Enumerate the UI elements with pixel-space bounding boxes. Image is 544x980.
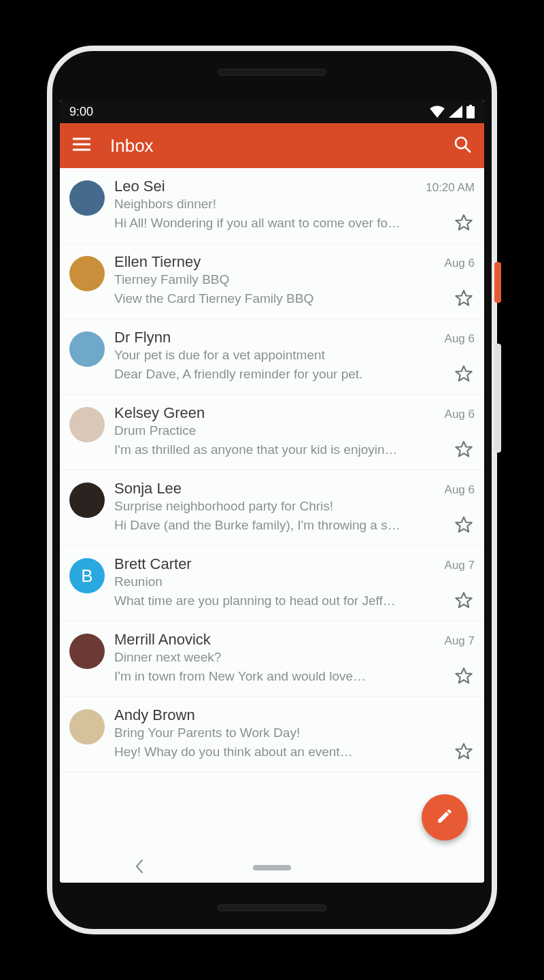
- star-button[interactable]: [454, 742, 475, 762]
- email-item[interactable]: Sonja LeeAug 6Surprise neighborhood part…: [60, 470, 484, 546]
- star-button[interactable]: [454, 289, 475, 309]
- email-item[interactable]: Merrill AnovickAug 7Dinner next week?I'm…: [60, 621, 484, 697]
- email-snippet: Dear Dave, A friendly reminder for your …: [114, 367, 449, 382]
- avatar: [69, 483, 105, 518]
- email-body: Brett CarterAug 7ReunionWhat time are yo…: [114, 555, 475, 611]
- avatar: [69, 709, 105, 745]
- email-item[interactable]: BBrett CarterAug 7ReunionWhat time are y…: [60, 546, 484, 621]
- email-item[interactable]: Leo Sei10:20 AMNeighbors dinner!Hi All! …: [60, 168, 484, 244]
- email-sender: Ellen Tierney: [114, 253, 438, 271]
- menu-button[interactable]: [72, 136, 91, 155]
- avatar: B: [69, 558, 105, 593]
- phone-frame: 9:00: [47, 46, 497, 934]
- avatar: [69, 407, 105, 442]
- email-snippet: I'm as thrilled as anyone that your kid …: [114, 442, 449, 457]
- star-outline-icon: [454, 449, 473, 461]
- email-item[interactable]: Dr FlynnAug 6Your pet is due for a vet a…: [60, 319, 484, 395]
- email-snippet: Hi All! Wondering if you all want to com…: [114, 216, 449, 231]
- svg-marker-12: [456, 593, 471, 608]
- email-time: Aug 7: [445, 559, 475, 572]
- email-subject: Surprise neighborhood party for Chris!: [114, 499, 475, 514]
- svg-marker-10: [456, 442, 471, 457]
- svg-marker-7: [456, 215, 471, 230]
- email-subject: Neighbors dinner!: [114, 197, 475, 212]
- star-outline-icon: [454, 676, 473, 687]
- avatar: [69, 256, 105, 291]
- chevron-left-icon: [135, 864, 144, 876]
- star-button[interactable]: [454, 666, 475, 687]
- svg-marker-8: [456, 291, 471, 306]
- email-body: Leo Sei10:20 AMNeighbors dinner!Hi All! …: [114, 178, 475, 233]
- app-bar-title: Inbox: [110, 135, 434, 157]
- status-icons: [430, 105, 475, 118]
- star-outline-icon: [454, 298, 473, 310]
- hamburger-icon: [73, 137, 90, 154]
- wifi-icon: [430, 105, 445, 118]
- email-sender: Kelsey Green: [114, 404, 438, 422]
- email-time: Aug 6: [445, 483, 475, 497]
- avatar: [69, 331, 105, 367]
- home-button[interactable]: [253, 865, 291, 870]
- email-body: Andy BrownBring Your Parents to Work Day…: [114, 706, 475, 762]
- compose-button[interactable]: [422, 794, 468, 840]
- email-time: 10:20 AM: [426, 181, 475, 195]
- svg-rect-1: [469, 105, 472, 107]
- avatar: [69, 180, 105, 216]
- star-button[interactable]: [454, 213, 475, 233]
- search-button[interactable]: [453, 136, 472, 155]
- star-button[interactable]: [454, 440, 475, 460]
- svg-marker-11: [456, 517, 471, 532]
- email-time: Aug 6: [445, 332, 475, 346]
- star-outline-icon: [454, 600, 473, 612]
- email-time: Aug 6: [445, 257, 475, 270]
- phone-volume-button: [494, 344, 501, 453]
- email-sender: Dr Flynn: [114, 329, 438, 346]
- system-nav-bar: [60, 853, 484, 883]
- email-subject: Tierney Family BBQ: [114, 272, 475, 287]
- email-list[interactable]: Leo Sei10:20 AMNeighbors dinner!Hi All! …: [60, 168, 484, 853]
- email-subject: Dinner next week?: [114, 650, 475, 665]
- email-snippet: What time are you planning to head out f…: [114, 593, 449, 608]
- app-bar: Inbox: [60, 123, 484, 168]
- status-bar: 9:00: [60, 100, 484, 123]
- email-item[interactable]: Kelsey GreenAug 6Drum PracticeI'm as thr…: [60, 395, 484, 470]
- phone-speaker-top: [218, 69, 326, 76]
- email-subject: Reunion: [114, 574, 475, 589]
- screen: 9:00: [60, 100, 484, 883]
- email-snippet: Hey! Whay do you think about an event…: [114, 745, 449, 760]
- email-sender: Merrill Anovick: [114, 631, 438, 649]
- search-icon: [454, 135, 471, 156]
- back-button[interactable]: [135, 859, 144, 877]
- svg-marker-9: [456, 366, 471, 381]
- star-button[interactable]: [454, 591, 475, 611]
- star-outline-icon: [454, 223, 473, 234]
- email-body: Kelsey GreenAug 6Drum PracticeI'm as thr…: [114, 404, 475, 460]
- star-button[interactable]: [454, 515, 475, 536]
- phone-speaker-bottom: [218, 904, 326, 911]
- email-sender: Leo Sei: [114, 178, 419, 195]
- cellular-icon: [449, 105, 462, 118]
- email-subject: Drum Practice: [114, 423, 475, 438]
- email-body: Dr FlynnAug 6Your pet is due for a vet a…: [114, 329, 475, 385]
- status-time: 9:00: [69, 105, 93, 119]
- svg-line-6: [465, 147, 470, 152]
- email-item[interactable]: Ellen TierneyAug 6Tierney Family BBQView…: [60, 244, 484, 319]
- battery-icon: [466, 105, 475, 118]
- email-snippet: Hi Dave (and the Burke family), I'm thro…: [114, 518, 449, 533]
- email-body: Merrill AnovickAug 7Dinner next week?I'm…: [114, 631, 475, 687]
- star-outline-icon: [454, 751, 473, 763]
- email-body: Sonja LeeAug 6Surprise neighborhood part…: [114, 480, 475, 536]
- email-snippet: View the Card Tierney Family BBQ: [114, 291, 449, 306]
- star-outline-icon: [454, 374, 473, 385]
- star-outline-icon: [454, 525, 473, 536]
- svg-marker-13: [456, 668, 471, 683]
- pencil-icon: [436, 807, 454, 828]
- svg-rect-0: [466, 106, 475, 118]
- email-sender: Sonja Lee: [114, 480, 438, 497]
- svg-marker-14: [456, 744, 471, 759]
- email-sender: Brett Carter: [114, 555, 438, 573]
- star-button[interactable]: [454, 364, 475, 385]
- email-item[interactable]: Andy BrownBring Your Parents to Work Day…: [60, 697, 484, 772]
- email-subject: Your pet is due for a vet appointment: [114, 348, 475, 363]
- email-body: Ellen TierneyAug 6Tierney Family BBQView…: [114, 253, 475, 309]
